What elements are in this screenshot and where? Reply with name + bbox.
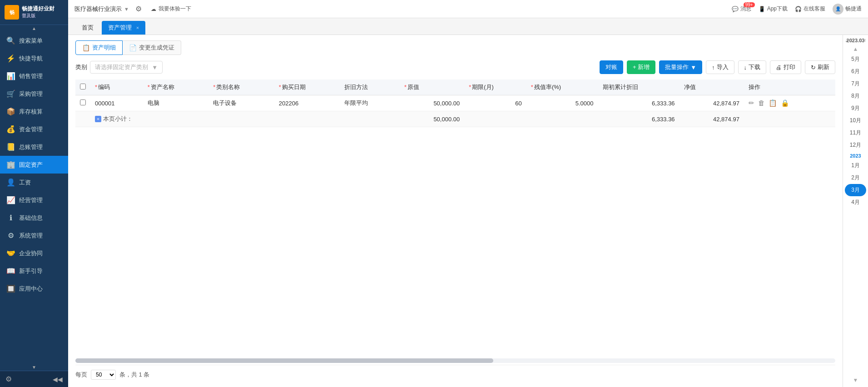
reconcile-label: 对账 — [605, 63, 617, 71]
cal-month-10[interactable]: 10月 — [843, 114, 868, 127]
col-residual-rate: *残值率(%) — [526, 79, 598, 95]
company-selector[interactable]: 医疗器械行业演示 ▼ — [74, 5, 129, 13]
batch-button[interactable]: 批量操作 ▼ — [659, 60, 702, 74]
row-checkbox-cell[interactable] — [75, 95, 90, 111]
sidebar-item-search[interactable]: 🔍搜索菜单 — [0, 32, 68, 50]
cal-month-9[interactable]: 9月 — [843, 102, 868, 114]
total-text: 条，共 1 条 — [119, 371, 149, 379]
user-menu[interactable]: 👤 畅捷通 — [833, 4, 862, 15]
settings-icon[interactable]: ⚙ — [5, 375, 12, 383]
nav-icon-system: ⚙ — [6, 231, 15, 240]
sub-tabs: 📋 资产明细 📄 变更生成凭证 — [75, 40, 835, 55]
row-actions: ✏ 🗑 📋 🔒 — [744, 95, 835, 111]
nav-icon-search: 🔍 — [6, 36, 15, 45]
sidebar-item-cooperation[interactable]: 🤝企业协同 — [0, 244, 68, 262]
calendar-scroll-down[interactable]: ▼ — [852, 376, 859, 384]
sidebar-item-fixed-assets[interactable]: 🏢固定资产 — [0, 156, 68, 174]
nav-icon-guide: 📖 — [6, 267, 15, 275]
cal-month-1[interactable]: 1月 — [843, 159, 868, 172]
subtotal-icon: ≡ — [95, 116, 101, 122]
cal-month-3[interactable]: 3月 — [845, 184, 866, 196]
download-button[interactable]: ↓ 下载 — [738, 60, 767, 74]
sidebar-item-guide[interactable]: 📖新手引导 — [0, 262, 68, 280]
col-initial-depreciation: 期初累计折旧 — [598, 79, 680, 95]
nav-icon-sales: 📊 — [6, 72, 15, 80]
action-icons: ✏ 🗑 📋 🔒 — [749, 99, 831, 107]
calendar-scroll-up[interactable]: ▲ — [852, 45, 859, 53]
cal-month-8[interactable]: 8月 — [843, 90, 868, 102]
nav-label-cooperation: 企业协同 — [19, 249, 43, 258]
sidebar-scroll-up[interactable]: ▲ — [0, 25, 68, 32]
edit-icon[interactable]: ✏ — [749, 99, 754, 107]
sidebar-item-sales[interactable]: 📊销售管理 — [0, 67, 68, 85]
message-button[interactable]: 💬 消息 99+ — [732, 5, 751, 13]
page-content: 📋 资产明细 📄 变更生成凭证 类别 请选择固定资产类别 ▼ — [68, 35, 843, 387]
sidebar-bottom: ⚙ ◀◀ — [0, 371, 68, 387]
reconcile-button[interactable]: 对账 — [600, 60, 623, 74]
sidebar-item-inventory[interactable]: 📦库存核算 — [0, 103, 68, 120]
nav-label-system: 系统管理 — [19, 232, 43, 240]
sidebar-item-basic-info[interactable]: ℹ基础信息 — [0, 209, 68, 227]
cal-month-7[interactable]: 7月 — [843, 78, 868, 90]
nav-icon-app-center: 🔲 — [6, 284, 15, 293]
nav-icon-operations: 📈 — [6, 196, 15, 204]
toolbar-left: 类别 请选择固定资产类别 ▼ — [75, 61, 163, 74]
per-page-select[interactable]: 50 100 200 — [91, 370, 116, 380]
import-icon: ↑ — [712, 64, 715, 71]
pagination: 每页 50 100 200 条，共 1 条 — [75, 365, 835, 382]
tab-asset-detail[interactable]: 📋 资产明细 — [75, 40, 123, 55]
subtotal-row: ≡ 本页小计： 50,000.00 6,333.36 42,874.97 — [75, 111, 835, 127]
select-all-checkbox[interactable] — [80, 84, 86, 89]
app-download-label: App下载 — [767, 5, 788, 13]
app-download-button[interactable]: 📱 App下载 — [759, 5, 788, 13]
select-all-header[interactable] — [75, 79, 90, 95]
tab-home[interactable]: 首页 — [75, 21, 100, 35]
sidebar-item-system[interactable]: ⚙系统管理 — [0, 227, 68, 244]
sidebar-item-operations[interactable]: 📈经营管理 — [0, 191, 68, 209]
col-original-value: *原值 — [400, 79, 464, 95]
category-select-box[interactable]: 请选择固定资产类别 ▼ — [90, 61, 163, 74]
delete-icon[interactable]: 🗑 — [758, 99, 765, 107]
sidebar-scroll-down[interactable]: ▼ — [0, 364, 68, 371]
tab-voucher-gen[interactable]: 📄 变更生成凭证 — [123, 40, 181, 55]
experience-button[interactable]: ☁ 我要体验一下 — [151, 5, 191, 13]
nav-label-app-center: 应用中心 — [19, 285, 43, 293]
sidebar-item-purchase[interactable]: 🛒采购管理 — [0, 85, 68, 103]
sidebar-item-finance[interactable]: 💰资金管理 — [0, 120, 68, 138]
import-button[interactable]: ↑ 导入 — [706, 60, 734, 74]
sidebar-item-payroll[interactable]: 👤工资 — [0, 174, 68, 191]
nav-icon-cooperation: 🤝 — [6, 249, 15, 258]
calendar-close-icon[interactable]: × — [863, 37, 866, 44]
new-button[interactable]: + 新增 — [627, 60, 655, 74]
cal-month-11[interactable]: 11月 — [843, 127, 868, 139]
collapse-sidebar-icon[interactable]: ◀◀ — [53, 376, 63, 383]
cal-month-5[interactable]: 5月 — [843, 53, 868, 65]
tab-close-icon[interactable]: × — [136, 25, 139, 30]
app-title: 畅捷通好业财 — [22, 5, 55, 13]
sidebar-nav: 🔍搜索菜单⚡快捷导航📊销售管理🛒采购管理📦库存核算💰资金管理📒总账管理🏢固定资产… — [0, 32, 68, 364]
tab-asset-management[interactable]: 资产管理 × — [102, 21, 145, 35]
cal-month-4[interactable]: 4月 — [843, 196, 868, 208]
new-label: + 新增 — [633, 63, 650, 71]
cal-month-2[interactable]: 2月 — [843, 172, 868, 184]
cal-month-6[interactable]: 6月 — [843, 65, 868, 78]
horizontal-scrollbar[interactable] — [75, 358, 835, 363]
scrollbar-thumb[interactable] — [75, 358, 493, 363]
subtotal-net-value: 42,874.97 — [680, 111, 744, 127]
active-tab-label: 资产管理 — [108, 24, 132, 31]
print-button[interactable]: 🖨 打印 — [770, 60, 801, 74]
sidebar-item-ledger[interactable]: 📒总账管理 — [0, 138, 68, 156]
sidebar-item-quick-nav[interactable]: ⚡快捷导航 — [0, 50, 68, 67]
row-original-value: 50,000.00 — [400, 95, 464, 111]
online-service-button[interactable]: 🎧 在线客服 — [795, 5, 825, 13]
row-checkbox[interactable] — [80, 99, 86, 105]
cal-month-12[interactable]: 12月 — [843, 139, 868, 151]
nav-label-inventory: 库存核算 — [19, 108, 43, 116]
refresh-button[interactable]: ↻ 刷新 — [805, 60, 835, 74]
company-settings-icon[interactable]: ⚙ — [135, 5, 142, 13]
copy-icon[interactable]: 📋 — [769, 99, 777, 107]
lock-icon[interactable]: 🔒 — [781, 99, 789, 107]
sidebar-item-app-center[interactable]: 🔲应用中心 — [0, 280, 68, 298]
calendar-expand-icon[interactable]: ⤢ — [845, 37, 850, 44]
row-name: 电脑 — [143, 95, 209, 111]
